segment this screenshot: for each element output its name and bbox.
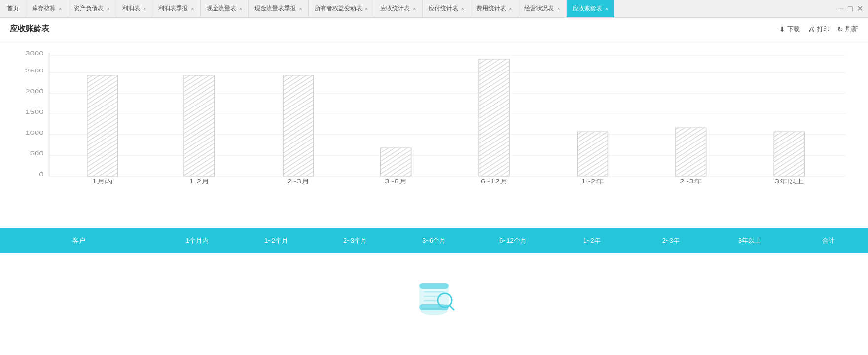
svg-text:2~3月: 2~3月 — [287, 178, 309, 184]
table-header: 客户 1个月内 1~2个月 2~3个月 3~6个月 6~12个月 1~2年 2~… — [0, 228, 868, 253]
tab-yingfu[interactable]: 应付统计表 × — [423, 0, 470, 18]
tab-lirun-label: 利润表 — [122, 4, 140, 13]
refresh-button[interactable]: ↻ 刷新 — [837, 25, 858, 34]
tab-lirunji[interactable]: 利润表季报 × — [152, 0, 200, 18]
tab-lirun-close[interactable]: × — [143, 6, 146, 12]
bar-2 — [184, 75, 215, 176]
bar-1 — [87, 75, 118, 176]
col-6-12month: 6~12个月 — [473, 236, 552, 245]
empty-icon — [404, 273, 464, 322]
tab-yingshou-label: 应收统计表 — [380, 4, 410, 13]
tab-home-label: 首页 — [7, 4, 19, 13]
svg-text:2~3年: 2~3年 — [680, 178, 702, 184]
tab-yingshou[interactable]: 应收统计表 × — [374, 0, 422, 18]
print-label: 打印 — [817, 25, 830, 34]
svg-text:3年以上: 3年以上 — [775, 178, 804, 184]
tab-xianjinqi[interactable]: 现金流量表季报 × — [249, 0, 308, 18]
tab-xianjinqi-label: 现金流量表季报 — [254, 4, 296, 13]
tab-feiyong[interactable]: 费用统计表 × — [470, 0, 518, 18]
window-minimize-icon[interactable]: ─ — [838, 4, 844, 13]
page-title: 应收账龄表 — [10, 24, 49, 34]
tab-home[interactable]: 首页 — [0, 0, 26, 18]
tab-suoyou[interactable]: 所有者权益变动表 × — [309, 0, 374, 18]
tab-kucun[interactable]: 库存核算 × — [26, 0, 68, 18]
tab-xianjin-label: 现金流量表 — [207, 4, 236, 13]
tab-bar: 首页 库存核算 × 资产负债表 × 利润表 × 利润表季报 × 现金流量表 × … — [0, 0, 868, 18]
svg-text:0: 0 — [39, 171, 43, 177]
col-1-2month: 1~2个月 — [237, 236, 316, 245]
download-button[interactable]: ⬇ 下载 — [779, 25, 800, 34]
bar-7 — [676, 128, 706, 176]
tab-yingfu-close[interactable]: × — [461, 6, 464, 12]
col-3plus-year: 3年以上 — [710, 236, 789, 245]
svg-text:1-2月: 1-2月 — [189, 178, 209, 184]
tab-zichan-close[interactable]: × — [107, 6, 109, 12]
bar-6 — [578, 132, 608, 176]
bar-8 — [774, 132, 804, 176]
main-content: 0 500 1000 1500 2000 2500 3000 1月内 1-2月 — [0, 40, 868, 355]
tab-yingshou-close[interactable]: × — [413, 6, 416, 12]
svg-text:2500: 2500 — [25, 68, 44, 73]
download-icon: ⬇ — [779, 25, 785, 33]
tab-suoyou-close[interactable]: × — [365, 6, 368, 12]
empty-state — [0, 253, 868, 355]
col-1-2year: 1~2年 — [552, 236, 631, 245]
tab-suoyou-label: 所有者权益变动表 — [315, 4, 362, 13]
tab-jingying-close[interactable]: × — [557, 6, 560, 12]
tab-lirun[interactable]: 利润表 × — [116, 0, 152, 18]
bar-3 — [283, 75, 314, 176]
col-customer: 客户 — [0, 236, 158, 245]
download-label: 下载 — [787, 25, 800, 34]
print-icon: 🖨 — [808, 25, 815, 33]
col-3-6month: 3~6个月 — [395, 236, 473, 245]
refresh-label: 刷新 — [845, 25, 858, 34]
tab-xianjin[interactable]: 现金流量表 × — [201, 0, 249, 18]
tab-feiyong-label: 费用统计表 — [476, 4, 506, 13]
tab-jingying-label: 经营状况表 — [524, 4, 554, 13]
refresh-icon: ↻ — [837, 25, 843, 33]
tab-xianjinqi-close[interactable]: × — [299, 6, 302, 12]
bar-chart: 0 500 1000 1500 2000 2500 3000 1月内 1-2月 — [15, 50, 853, 198]
page-header: 应收账龄表 ⬇ 下载 🖨 打印 ↻ 刷新 — [0, 18, 868, 40]
col-2-3year: 2~3年 — [631, 236, 710, 245]
svg-text:1000: 1000 — [25, 130, 44, 136]
window-maximize-icon[interactable]: □ — [848, 4, 853, 13]
window-close-icon[interactable]: ✕ — [857, 4, 863, 13]
svg-point-32 — [440, 296, 449, 305]
tab-zichan[interactable]: 资产负债表 × — [68, 0, 116, 18]
svg-text:1月内: 1月内 — [92, 178, 113, 184]
svg-text:500: 500 — [30, 150, 43, 156]
svg-rect-26 — [419, 283, 449, 289]
svg-text:3000: 3000 — [25, 50, 44, 56]
col-1month: 1个月内 — [158, 236, 237, 245]
tab-zichan-label: 资产负债表 — [74, 4, 104, 13]
col-total: 合计 — [789, 236, 868, 245]
svg-line-33 — [449, 305, 454, 310]
tab-kucun-close[interactable]: × — [59, 6, 62, 12]
svg-text:1500: 1500 — [25, 109, 44, 115]
print-button[interactable]: 🖨 打印 — [808, 25, 830, 34]
chart-area: 0 500 1000 1500 2000 2500 3000 1月内 1-2月 — [0, 40, 868, 228]
tab-yingfu-label: 应付统计表 — [429, 4, 458, 13]
svg-text:3~6月: 3~6月 — [385, 178, 407, 184]
svg-text:6~12月: 6~12月 — [481, 178, 508, 184]
tab-bar-actions: ─ □ ✕ — [833, 4, 868, 13]
tab-lirunji-close[interactable]: × — [191, 6, 194, 12]
tab-xianjin-close[interactable]: × — [239, 6, 242, 12]
svg-text:1~2年: 1~2年 — [581, 178, 604, 184]
bar-5 — [479, 59, 509, 176]
tab-yingshoulingling-label: 应收账龄表 — [573, 4, 602, 13]
tab-yingshoulingling-close[interactable]: × — [605, 6, 608, 12]
svg-text:2000: 2000 — [25, 88, 44, 94]
tab-feiyong-close[interactable]: × — [509, 6, 512, 12]
tab-yingshoulingling[interactable]: 应收账龄表 × — [567, 0, 614, 18]
tab-kucun-label: 库存核算 — [32, 4, 56, 13]
header-actions: ⬇ 下载 🖨 打印 ↻ 刷新 — [779, 25, 858, 34]
tab-jingying[interactable]: 经营状况表 × — [518, 0, 566, 18]
bar-4 — [381, 148, 411, 176]
tab-lirunji-label: 利润表季报 — [158, 4, 188, 13]
col-2-3month: 2~3个月 — [316, 236, 395, 245]
